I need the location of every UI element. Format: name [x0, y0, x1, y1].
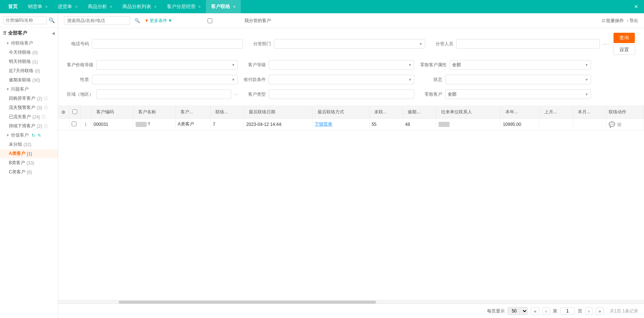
last-page-btn[interactable]: »	[595, 307, 604, 315]
sidebar-all-customers[interactable]: ⠿ 全部客户 ◀	[0, 28, 58, 39]
filter-cell-phone: 电话号码	[64, 31, 246, 56]
sidebar-item-7day-pending[interactable]: 近7天待联络(0)	[0, 66, 58, 75]
th-this-year[interactable]: :本年...	[500, 106, 539, 119]
th-no-contact[interactable]: :未联...	[369, 106, 402, 119]
more-conditions-btn[interactable]: ▼ 更多条件 ▼	[144, 18, 172, 24]
sidebar-search-input[interactable]	[3, 16, 47, 24]
th-customer-type[interactable]: :客户...	[175, 106, 211, 119]
sidebar-item-repurchase-abnormal[interactable]: 回购异常客户(2) ⓘ	[0, 94, 58, 103]
sidebar-item-churn-warning[interactable]: 流失预警客户(3) ⓘ	[0, 103, 58, 112]
sidebar-arrow-problem: ▼	[6, 87, 10, 91]
close-sales-tab[interactable]: ×	[45, 4, 47, 9]
td-this-month	[573, 119, 606, 130]
filter-input-region[interactable]	[96, 89, 231, 99]
th-name[interactable]: :客户名称	[133, 106, 176, 119]
sidebar-group-problem[interactable]: ▼ 问题客户	[0, 85, 58, 94]
scrollbar-thumb[interactable]	[119, 301, 376, 304]
th-contact[interactable]: :联络...	[211, 106, 244, 119]
nav-tab-customer-tier[interactable]: 客户分层经营 ×	[162, 0, 206, 13]
filter-cell-retail-attr: 零散客户属性 全部 ▼	[417, 59, 594, 71]
nav-tab-sales[interactable]: 销货单 ×	[23, 0, 53, 13]
nav-tab-analysis[interactable]: 商品分析 ×	[83, 0, 117, 13]
settings-button[interactable]: 设置	[613, 45, 635, 55]
filter-input-phone[interactable]	[92, 39, 243, 49]
filter-select-customer-grade[interactable]: ▼	[269, 60, 415, 70]
close-purchase-tab[interactable]: ×	[75, 4, 77, 9]
filter-search-icon[interactable]: 🔍	[135, 18, 140, 23]
export-btn[interactable]: ↑ 导出	[627, 18, 638, 24]
sidebar-collapse-icon[interactable]: ◀	[52, 31, 55, 35]
first-page-btn[interactable]: «	[531, 307, 539, 315]
sidebar-group-value[interactable]: ▼ 价值客户 ↻ ✎	[0, 131, 58, 140]
th-gear[interactable]: ⚙	[58, 106, 69, 119]
sidebar-item-ungrouped[interactable]: 未分组(32)	[0, 140, 58, 149]
grid-icon[interactable]: ⊞	[617, 121, 622, 127]
th-overdue[interactable]: :逾期...	[403, 106, 436, 119]
sidebar-item-b-class[interactable]: B类客户(33)	[0, 158, 58, 167]
filter-cell-status: 状态 ▼	[417, 73, 594, 86]
th-code[interactable]: :客户编码	[91, 106, 133, 119]
filter-input-customer-type[interactable]	[269, 89, 415, 99]
sidebar-group-pending[interactable]: ▼ 待联络客户	[0, 39, 58, 48]
next-page-btn[interactable]: ›	[585, 307, 593, 315]
nav-tab-analysis-list[interactable]: 商品分析列表 ×	[117, 0, 161, 13]
close-analysis-tab[interactable]: ×	[110, 4, 112, 9]
close-customer-contact-tab[interactable]: ×	[233, 4, 235, 9]
sidebar-item-declining[interactable]: 持续下滑客户(2) ⓘ	[0, 121, 58, 131]
row-checkbox[interactable]	[72, 121, 76, 126]
chat-icon[interactable]: 💬	[609, 121, 615, 127]
th-last-contact-method[interactable]: :最后联络方式	[312, 106, 369, 119]
sidebar-root-label: 全部客户	[8, 30, 27, 36]
total-info: 共1页 1条记录	[610, 308, 638, 314]
filter-select-retail-customer[interactable]: 全部 ▼	[445, 89, 591, 99]
filter-select-status[interactable]: ▼	[445, 75, 591, 84]
person-more-dots[interactable]: ···	[603, 41, 607, 47]
filter-cell-person: 分管人员 ···	[428, 31, 610, 56]
filter-select-dept[interactable]: ▼	[274, 39, 425, 49]
sidebar-item-c-class[interactable]: C类客户(6)	[0, 167, 58, 177]
nav-tab-home[interactable]: 首页	[3, 0, 23, 13]
sidebar-search-icon[interactable]: 🔍	[49, 17, 55, 23]
th-num	[80, 106, 91, 119]
contact-method-link[interactable]: 下销货单	[315, 121, 332, 127]
my-customers-checkbox[interactable]: 我分管的客户	[177, 18, 271, 24]
top-nav: 首页 销货单 × 进货单 × 商品分析 × 商品分析列表 × 客户分层经营 × …	[0, 0, 644, 13]
my-customers-checkbox-input[interactable]	[177, 18, 243, 23]
value-refresh-icon[interactable]: ↻	[32, 133, 35, 138]
filter-select-price-grade[interactable]: ▼	[96, 60, 238, 70]
select-all-checkbox[interactable]	[72, 109, 77, 114]
batch-operation-btn[interactable]: ☑ 批量操作	[602, 18, 624, 24]
th-last-contact-date[interactable]: :最后联络日期	[244, 106, 312, 119]
filter-select-payment[interactable]: ▼	[269, 75, 415, 84]
close-customer-tier-tab[interactable]: ×	[198, 4, 201, 9]
th-last-month[interactable]: :上月...	[539, 106, 573, 119]
th-this-month[interactable]: :本月...	[573, 106, 606, 119]
page-size-select[interactable]: 50 100 200	[508, 307, 528, 315]
filter-search-input[interactable]	[64, 16, 130, 25]
filter-input-person[interactable]	[456, 39, 600, 49]
td-last-contact-method: 下销货单	[312, 119, 369, 130]
prev-page-btn[interactable]: ‹	[542, 307, 550, 315]
filter-select-nature[interactable]: ▼	[92, 75, 238, 84]
value-edit-icon[interactable]: ✎	[37, 133, 41, 138]
sidebar-item-overdue-pending[interactable]: 逾期未联络(30)	[0, 75, 58, 85]
sidebar-item-tomorrow-pending[interactable]: 明天待联络(1)	[0, 57, 58, 66]
th-checkbox[interactable]	[69, 106, 80, 119]
horizontal-scrollbar[interactable]	[58, 300, 644, 304]
nav-tab-purchase[interactable]: 进货单 ×	[53, 0, 82, 13]
query-button[interactable]: 查询	[613, 33, 635, 43]
filter-select-retail-attr[interactable]: 全部 ▼	[450, 60, 591, 70]
page-number-input[interactable]	[560, 307, 575, 315]
filter-row-1: 电话号码 分管部门 ▼ 分管人员 ··· 查询 设置	[64, 31, 638, 56]
sidebar-item-a-class[interactable]: A类客户(1)	[0, 149, 58, 158]
region-more-dots[interactable]: ···	[234, 92, 238, 97]
close-analysis-list-tab[interactable]: ×	[154, 4, 156, 9]
close-all-tabs[interactable]: ×	[631, 3, 641, 11]
visit-contact-placeholder	[439, 122, 450, 127]
sidebar-item-today-pending[interactable]: 今天待联络(0)	[0, 48, 58, 57]
nav-tab-customer-contact[interactable]: 客户联络 ×	[206, 0, 240, 13]
td-checkbox[interactable]	[69, 119, 80, 130]
th-visit-contact[interactable]: :往来单位联系人	[436, 106, 501, 119]
td-this-year: 10995.00	[500, 119, 539, 130]
sidebar-item-churned[interactable]: 已流失客户(24) ⓘ	[0, 112, 58, 121]
